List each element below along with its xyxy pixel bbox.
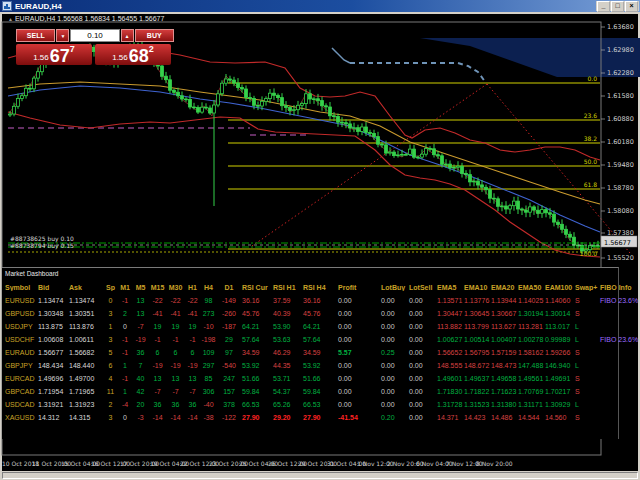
cell-h4: -198 [200,336,216,343]
one-click-trading-panel: SELL ▼ 0.10 ▲ BUY 1.56677 1.56682 [16,29,174,65]
cell-swap-: S [574,297,599,304]
svg-text:1.55520: 1.55520 [607,254,634,262]
cell-h4: 273 [200,310,216,317]
cell-m5: 13 [132,297,148,304]
cell-d1: -187 [216,323,241,330]
cell-ema20: 1.49658 [490,375,517,382]
column-header: LotSell [408,284,436,291]
cell-m30: 36 [166,401,184,408]
cell-m5: -3 [132,414,148,421]
column-header: EAM100 [544,284,574,291]
sell-button[interactable]: SELL [16,29,55,42]
column-header: H4 [200,284,216,291]
cell-m15: 13 [148,375,166,382]
column-header: RSI Cur [241,284,272,291]
cell-m1: 2 [117,310,132,317]
cell-profit: 0.00 [337,362,380,369]
svg-text:1.59480: 1.59480 [607,161,634,169]
close-button[interactable]: × [625,1,638,12]
cell-bid: 1.49696 [37,375,68,382]
cell-ask: 1.30351 [68,310,103,317]
cell-eam100: 113.017 [544,323,574,330]
svg-text:#88738794 buy 0.15: #88738794 buy 0.15 [10,242,74,250]
market-dashboard-panel: Market Dashboard SymbolBidAskSpM1M5M15M3… [2,267,619,439]
cell-symbol: GBPJPY [4,362,37,369]
cell-swap-: L [574,323,599,330]
cell-d1: 97 [216,349,241,356]
cell-d1: -260 [216,310,241,317]
cell-symbol: USDCHF [4,336,37,343]
cell-ema20: 113.627 [490,323,517,330]
cell-d1: -540 [216,362,241,369]
cell-sp: 6 [103,362,117,369]
cell-m30: -14 [166,414,184,421]
cell-ask: 148.440 [68,362,103,369]
cell-symbol: USDJPY [4,323,37,330]
lot-increase-button[interactable]: ▲ [121,29,134,42]
column-header: H1 [184,284,200,291]
cell-lotbuy: 0.00 [380,297,408,304]
cell-rsi-h4: 51.66 [302,375,337,382]
cell-ema10: 14.423 [463,414,490,421]
dashboard-row-EURAUD: EURAUD1.566771.566825-1366661099734.5946… [4,346,640,359]
buy-button[interactable]: BUY [135,29,174,42]
cell-lotbuy: 0.00 [380,375,408,382]
minimize-button[interactable]: _ [597,1,610,12]
cell-ema10: 148.672 [463,362,490,369]
cell-d1: -122 [216,414,241,421]
cell-eam100: 1.70217 [544,388,574,395]
cell-rsi-cur: 51.66 [241,375,272,382]
cell-rsi-h4: 57.64 [302,336,337,343]
cell-rsi-h4: 59.84 [302,388,337,395]
lot-size-input[interactable]: 0.10 [70,29,119,42]
svg-text:1.60180: 1.60180 [607,138,634,146]
cell-ema50: 1.00278 [517,336,544,343]
cell-ema20: 1.00407 [490,336,517,343]
cell-ema5: 113.882 [436,323,463,330]
column-header: FIBO Info [599,284,640,291]
cell-m1: 0 [117,414,132,421]
buy-price-display[interactable]: 1.56682 [95,44,171,65]
cell-eam100: 146.940 [544,362,574,369]
svg-text:1.62280: 1.62280 [607,69,634,77]
chart-info-line: ▲EURAUD,H4 1.56568 1.56834 1.56455 1.566… [8,15,164,22]
cell-m5: 36 [132,349,148,356]
cell-rsi-h1: 53.90 [272,323,302,330]
cell-sp: 4 [103,375,117,382]
cell-rsi-cur: 59.84 [241,388,272,395]
svg-text:50.0: 50.0 [584,158,598,165]
dashboard-row-USDJPY: USDJPY113.875113.87610-7191919-10-18764.… [4,320,640,333]
cell-rsi-h1: 29.20 [272,414,302,421]
cell-rsi-cur: 66.53 [241,401,272,408]
position-lines: #88738625 buy 0.10#88738794 buy 0.15 [8,235,600,250]
cell-swap-: L [574,362,599,369]
column-header: M30 [166,284,184,291]
cell-eam100: 1.14060 [544,297,574,304]
svg-text:1.56677: 1.56677 [604,239,631,247]
cell-d1: -149 [216,297,241,304]
column-header: Symbol [4,284,37,291]
cell-h1: -7 [184,388,200,395]
cell-m30: 6 [166,349,184,356]
cell-ema5: 1.71830 [436,388,463,395]
cell-rsi-h4: 53.92 [302,362,337,369]
cell-m1: 0 [117,323,132,330]
cell-ask: 14.315 [68,414,103,421]
time-axis: 10 Oct 201811 Oct 20:0015 Oct 04:0016 Oc… [2,460,513,467]
cell-m30: -7 [166,388,184,395]
restore-button[interactable]: □ [611,1,624,12]
sell-price-display[interactable]: 1.56677 [16,44,92,65]
cell-rsi-h1: 53.71 [272,375,302,382]
cell-bid: 148.434 [37,362,68,369]
cell-sp: 0 [103,297,117,304]
cell-lotbuy: 0.00 [380,401,408,408]
cell-m15: -14 [148,414,166,421]
cell-lotsell: 0.00 [408,401,436,408]
cell-eam100: 1.30929 [544,401,574,408]
dashboard-row-XAGUSD: XAGUSD14.31214.31530-3-14-14-14-38-12227… [4,411,640,424]
cell-symbol: EURUSD [4,297,37,304]
lot-decrease-button[interactable]: ▼ [56,29,69,42]
cell-m15: -19 [148,362,166,369]
svg-text:1.61580: 1.61580 [607,92,634,100]
cell-symbol: XAGUSD [4,414,37,421]
